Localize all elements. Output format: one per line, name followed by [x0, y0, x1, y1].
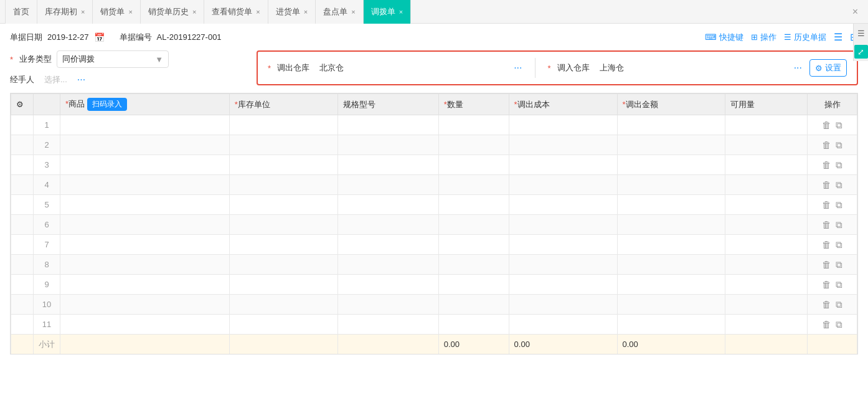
main-area: 单据日期 2019-12-27 📅 单据编号 AL-20191227-001 ⌨… — [0, 24, 868, 395]
subtotal-label: 小计 — [34, 335, 60, 355]
sidebar-list-icon[interactable]: ☰ — [854, 26, 868, 40]
delete-row-icon[interactable]: 🗑 — [822, 120, 831, 130]
view-toggle-list[interactable]: ☰ — [834, 31, 842, 43]
col-available-header: 可用量 — [725, 94, 808, 115]
warehouse-divider — [535, 58, 535, 78]
subtotal-quantity: 0.00 — [438, 335, 509, 355]
table-row: 8 🗑 ⧉ — [11, 255, 857, 275]
person-more-btn[interactable]: ··· — [77, 74, 85, 85]
delete-row-icon[interactable]: 🗑 — [822, 239, 831, 250]
table-row: 7 🗑 ⧉ — [11, 235, 857, 255]
delete-row-icon[interactable]: 🗑 — [822, 159, 831, 170]
warehouse-in-more-btn[interactable]: ··· — [794, 62, 802, 74]
table-row: 11 🗑 ⧉ — [11, 315, 857, 335]
tab-bar-close-button[interactable]: × — [847, 6, 863, 17]
person-field: 经手人 选择... ··· — [10, 74, 247, 85]
content-wrapper: 单据日期 2019-12-27 📅 单据编号 AL-20191227-001 ⌨… — [0, 24, 868, 395]
copy-row-icon[interactable]: ⧉ — [836, 319, 842, 330]
tab-close-view-sales[interactable]: × — [256, 8, 260, 16]
copy-row-icon[interactable]: ⧉ — [836, 219, 842, 230]
data-table: ⚙ *商品 扫码录入 *库存单位 规格型号 *数量 *调出成本 *调出金额 可用… — [11, 93, 857, 355]
table-row: 3 🗑 ⧉ — [11, 155, 857, 175]
copy-row-icon[interactable]: ⧉ — [836, 279, 842, 290]
business-type-value: 同价调拨 — [62, 54, 95, 65]
copy-row-icon[interactable]: ⧉ — [836, 299, 842, 310]
warehouse-out-value: 北京仓 — [319, 62, 344, 74]
tab-purchase-order[interactable]: 进货单 × — [268, 0, 316, 24]
tab-close-purchase-order[interactable]: × — [304, 8, 308, 16]
business-type-select[interactable]: 同价调拨 ▼ — [57, 50, 169, 68]
table-wrapper: ⚙ *商品 扫码录入 *库存单位 规格型号 *数量 *调出成本 *调出金额 可用… — [10, 93, 858, 355]
delete-row-icon[interactable]: 🗑 — [822, 199, 831, 210]
operation-icon: ⊞ — [751, 32, 758, 42]
col-action-header: 操作 — [808, 94, 857, 115]
copy-row-icon[interactable]: ⧉ — [836, 239, 842, 250]
tab-transfer[interactable]: 调拨单 × — [364, 0, 411, 24]
delete-row-icon[interactable]: 🗑 — [822, 179, 831, 190]
col-spec-header: 规格型号 — [337, 94, 438, 115]
copy-row-icon[interactable]: ⧉ — [836, 120, 842, 130]
warehouse-in-label: 调入仓库 — [557, 62, 590, 74]
copy-row-icon[interactable]: ⧉ — [836, 199, 842, 210]
doc-date-label: 单据日期 — [10, 32, 42, 43]
business-type-field: * 业务类型 同价调拨 ▼ — [10, 50, 247, 68]
sidebar-expand-icon[interactable]: ⤢ — [854, 45, 868, 59]
table-row: 2 🗑 ⧉ — [11, 135, 857, 155]
table-row: 4 🗑 ⧉ — [11, 175, 857, 195]
tab-sales-order[interactable]: 销货单 × — [93, 0, 140, 24]
tab-sales-history[interactable]: 销货单历史 × — [141, 0, 204, 24]
tab-stock-count[interactable]: 盘点单 × — [316, 0, 363, 24]
calendar-icon[interactable]: 📅 — [94, 32, 105, 42]
history-btn[interactable]: ☰ 历史单据 — [784, 32, 826, 43]
delete-row-icon[interactable]: 🗑 — [822, 219, 831, 230]
warehouse-out-label: 调出仓库 — [277, 62, 309, 74]
col-unit-header: *库存单位 — [229, 94, 337, 115]
form-left: * 业务类型 同价调拨 ▼ 经手人 选择... ··· — [10, 50, 247, 85]
delete-row-icon[interactable]: 🗑 — [822, 319, 831, 330]
copy-row-icon[interactable]: ⧉ — [836, 159, 842, 170]
tab-close-transfer[interactable]: × — [399, 8, 403, 16]
settings-gear-icon: ⚙ — [815, 64, 823, 73]
subtotal-cost: 0.00 — [509, 335, 617, 355]
warehouse-out-required: * — [268, 64, 271, 73]
tab-home[interactable]: 首页 — [5, 0, 37, 24]
table-row: 6 🗑 ⧉ — [11, 215, 857, 235]
scan-button[interactable]: 扫码录入 — [87, 98, 127, 111]
person-label: 经手人 — [10, 74, 34, 85]
col-settings-header[interactable]: ⚙ — [11, 94, 34, 115]
col-row-num-header — [34, 94, 60, 115]
tab-close-sales-history[interactable]: × — [192, 8, 196, 16]
subtotal-row: 小计 0.00 0.00 0.00 — [11, 335, 857, 355]
settings-button[interactable]: ⚙ 设置 — [809, 59, 847, 77]
header-actions: ⌨ 快捷键 ⊞ 操作 ☰ 历史单据 ☰ ⊟ — [705, 31, 858, 43]
shortcut-btn[interactable]: ⌨ 快捷键 — [705, 32, 743, 43]
document-header: 单据日期 2019-12-27 📅 单据编号 AL-20191227-001 ⌨… — [10, 31, 858, 43]
copy-row-icon[interactable]: ⧉ — [836, 259, 842, 270]
warehouse-in-item: * 调入仓库 上海仓 ··· — [548, 62, 803, 74]
delete-row-icon[interactable]: 🗑 — [822, 259, 831, 270]
delete-row-icon[interactable]: 🗑 — [822, 279, 831, 290]
tab-close-stock-count[interactable]: × — [351, 8, 355, 16]
tab-close-inventory-init[interactable]: × — [81, 8, 85, 16]
tab-inventory-init[interactable]: 库存期初 × — [37, 0, 93, 24]
delete-row-icon[interactable]: 🗑 — [822, 299, 831, 310]
person-input[interactable]: 选择... — [44, 74, 67, 85]
warehouse-in-required: * — [548, 64, 551, 73]
doc-date-field: 单据日期 2019-12-27 📅 — [10, 32, 105, 43]
right-sidebar: ☰ ⤢ — [853, 24, 868, 61]
delete-row-icon[interactable]: 🗑 — [822, 140, 831, 150]
copy-row-icon[interactable]: ⧉ — [836, 140, 842, 150]
col-product-header: *商品 扫码录入 — [60, 94, 230, 115]
operation-btn[interactable]: ⊞ 操作 — [751, 32, 776, 43]
dropdown-arrow-icon: ▼ — [155, 55, 163, 64]
col-quantity-header: *数量 — [438, 94, 509, 115]
warehouse-out-more-btn[interactable]: ··· — [514, 62, 522, 74]
tab-view-sales[interactable]: 查看销货单 × — [204, 0, 268, 24]
table-row: 10 🗑 ⧉ — [11, 295, 857, 315]
doc-date-value: 2019-12-27 — [47, 32, 89, 42]
table-row: 5 🗑 ⧉ — [11, 195, 857, 215]
tab-close-sales-order[interactable]: × — [128, 8, 132, 16]
table-row: 9 🗑 ⧉ — [11, 275, 857, 295]
table-header-row: ⚙ *商品 扫码录入 *库存单位 规格型号 *数量 *调出成本 *调出金额 可用… — [11, 94, 857, 115]
copy-row-icon[interactable]: ⧉ — [836, 179, 842, 190]
